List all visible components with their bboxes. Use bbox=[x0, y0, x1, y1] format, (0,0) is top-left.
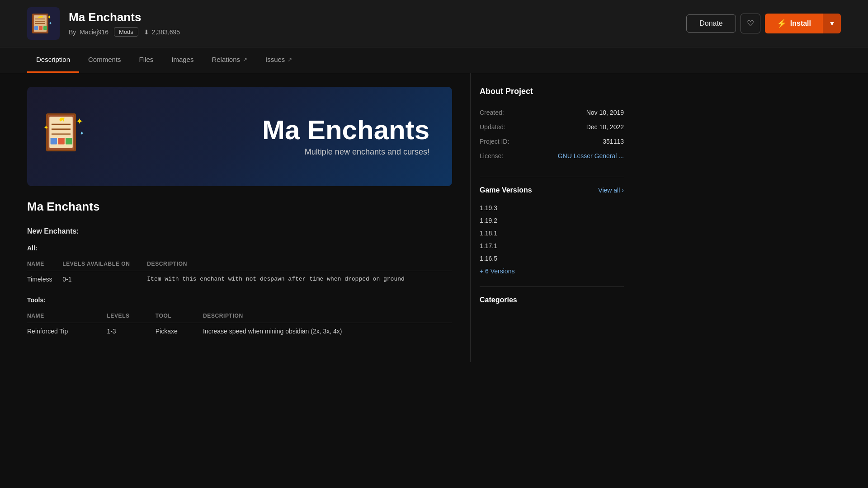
more-versions-link[interactable]: + 6 Versions bbox=[480, 265, 624, 277]
version-2: 1.19.2 bbox=[480, 214, 624, 227]
version-1: 1.19.3 bbox=[480, 202, 624, 214]
svg-rect-7 bbox=[34, 26, 38, 30]
svg-rect-21 bbox=[66, 138, 72, 144]
projectid-value: 351113 bbox=[603, 138, 624, 145]
new-enchants-heading: New Enchants: bbox=[27, 227, 452, 235]
sidebar-divider-1 bbox=[480, 177, 624, 177]
favorite-button[interactable]: ♡ bbox=[741, 14, 760, 33]
tools-enchants-table: NAME LEVELS TOOL DESCRIPTION Reinforced … bbox=[27, 309, 452, 339]
version-5: 1.16.5 bbox=[480, 252, 624, 265]
page-header: ✦ ✦ Ma Enchants By Maciej916 Mods ⬇ 2,38… bbox=[0, 0, 868, 47]
tools-col-tool: TOOL bbox=[156, 309, 203, 323]
tool-enchant-levels: 1-3 bbox=[107, 323, 155, 340]
svg-rect-8 bbox=[39, 26, 42, 30]
svg-rect-19 bbox=[51, 138, 57, 144]
table-row: Timeless 0-1 Item with this enchant with… bbox=[27, 271, 452, 288]
mod-icon: ✦ ✦ bbox=[27, 7, 60, 40]
chevron-down-icon: ▼ bbox=[829, 20, 835, 27]
mod-meta: By Maciej916 Mods ⬇ 2,383,695 bbox=[69, 27, 686, 37]
about-title: About Project bbox=[480, 87, 624, 96]
banner-icon: ✦ ✦ ✦ bbox=[41, 105, 95, 168]
content-mod-title: Ma Enchants bbox=[27, 200, 452, 214]
tools-col-levels: LEVELS bbox=[107, 309, 155, 323]
tab-relations[interactable]: Relations ↗ bbox=[203, 47, 256, 73]
svg-rect-9 bbox=[43, 26, 47, 30]
sidebar: About Project Created: Nov 10, 2019 Upda… bbox=[470, 73, 624, 362]
svg-text:✦: ✦ bbox=[47, 14, 52, 20]
projectid-label: Project ID: bbox=[480, 138, 509, 145]
all-heading: All: bbox=[27, 244, 452, 252]
col-description-header: DESCRIPTION bbox=[147, 257, 452, 271]
game-versions-header: Game Versions View all › bbox=[480, 186, 624, 194]
version-4: 1.17.1 bbox=[480, 239, 624, 252]
svg-text:✦: ✦ bbox=[43, 124, 49, 131]
view-all-link[interactable]: View all › bbox=[598, 187, 624, 194]
donate-button[interactable]: Donate bbox=[686, 14, 736, 33]
download-icon: ⬇ bbox=[144, 28, 149, 36]
created-value: Nov 10, 2019 bbox=[586, 109, 624, 116]
tool-enchant-name: Reinforced Tip bbox=[27, 323, 107, 340]
enchant-levels: 0-1 bbox=[62, 271, 147, 288]
tools-col-name: NAME bbox=[27, 309, 107, 323]
tab-bar: Description Comments Files Images Relati… bbox=[0, 47, 868, 73]
external-link-icon: ↗ bbox=[243, 56, 247, 63]
chevron-right-icon: › bbox=[622, 187, 624, 194]
tools-heading: Tools: bbox=[27, 296, 452, 304]
updated-label: Updated: bbox=[480, 123, 505, 131]
about-section: About Project Created: Nov 10, 2019 Upda… bbox=[480, 87, 624, 163]
download-count: ⬇ 2,383,695 bbox=[144, 28, 180, 36]
about-license-row: License: GNU Lesser General ... bbox=[480, 149, 624, 163]
about-updated-row: Updated: Dec 10, 2022 bbox=[480, 120, 624, 134]
install-dropdown-button[interactable]: ▼ bbox=[823, 14, 841, 33]
external-link-icon-2: ↗ bbox=[288, 56, 292, 63]
svg-rect-20 bbox=[58, 138, 64, 144]
tab-images[interactable]: Images bbox=[162, 47, 203, 73]
all-enchants-table: NAME LEVELS AVAILABLE ON DESCRIPTION Tim… bbox=[27, 257, 452, 287]
table-row: Reinforced Tip 1-3 Pickaxe Increase spee… bbox=[27, 323, 452, 340]
categories-title: Categories bbox=[480, 296, 624, 304]
tab-comments[interactable]: Comments bbox=[79, 47, 130, 73]
mod-banner: ✦ ✦ ✦ Ma Enchants Multiple new enchants … bbox=[27, 87, 452, 186]
tab-files[interactable]: Files bbox=[130, 47, 163, 73]
mod-badge[interactable]: Mods bbox=[114, 27, 138, 37]
banner-subtitle: Multiple new enchants and curses! bbox=[262, 147, 429, 157]
sidebar-divider-2 bbox=[480, 286, 624, 287]
tools-col-description: DESCRIPTION bbox=[203, 309, 452, 323]
created-label: Created: bbox=[480, 109, 504, 116]
license-label: License: bbox=[480, 152, 503, 160]
mod-author: By Maciej916 bbox=[69, 28, 108, 36]
tab-issues[interactable]: Issues ↗ bbox=[256, 47, 301, 73]
main-layout: ✦ ✦ ✦ Ma Enchants Multiple new enchants … bbox=[0, 73, 868, 362]
heart-icon: ♡ bbox=[747, 19, 754, 28]
col-name-header: NAME bbox=[27, 257, 62, 271]
header-actions: Donate ♡ ⚡ Install ▼ bbox=[686, 14, 841, 33]
install-group: ⚡ Install ▼ bbox=[765, 14, 841, 33]
enchant-description: Item with this enchant with not despawn … bbox=[147, 271, 452, 288]
tab-description[interactable]: Description bbox=[27, 47, 79, 73]
version-3: 1.18.1 bbox=[480, 227, 624, 239]
enchant-name: Timeless bbox=[27, 271, 62, 288]
updated-value: Dec 10, 2022 bbox=[586, 123, 624, 131]
content-area: ✦ ✦ ✦ Ma Enchants Multiple new enchants … bbox=[27, 73, 470, 362]
banner-title: Ma Enchants bbox=[262, 117, 429, 144]
mod-title: Ma Enchants bbox=[69, 10, 686, 24]
about-projectid-row: Project ID: 351113 bbox=[480, 134, 624, 149]
banner-text: Ma Enchants Multiple new enchants and cu… bbox=[262, 117, 429, 157]
install-logo-icon: ⚡ bbox=[777, 19, 787, 28]
svg-text:✦: ✦ bbox=[76, 117, 83, 126]
col-levels-header: LEVELS AVAILABLE ON bbox=[62, 257, 147, 271]
install-button[interactable]: ⚡ Install bbox=[765, 14, 823, 33]
license-link[interactable]: GNU Lesser General ... bbox=[558, 152, 624, 160]
mod-info: Ma Enchants By Maciej916 Mods ⬇ 2,383,69… bbox=[69, 10, 686, 37]
tool-enchant-description: Increase speed when mining obsidian (2x,… bbox=[203, 323, 452, 340]
game-versions-title: Game Versions bbox=[480, 186, 532, 194]
svg-text:✦: ✦ bbox=[80, 130, 84, 136]
tool-enchant-tool: Pickaxe bbox=[156, 323, 203, 340]
svg-text:✦: ✦ bbox=[49, 21, 52, 25]
about-created-row: Created: Nov 10, 2019 bbox=[480, 105, 624, 120]
